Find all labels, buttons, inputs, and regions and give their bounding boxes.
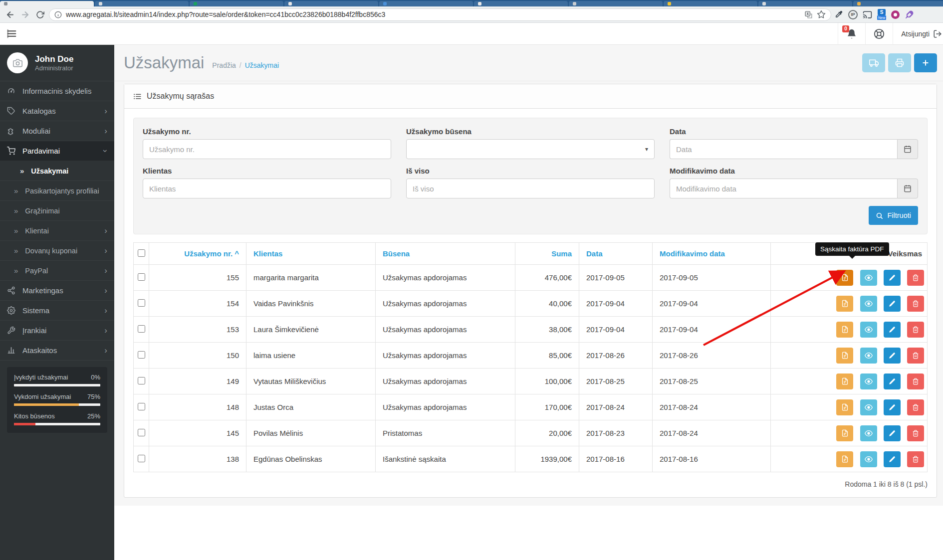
modified-date-picker-button[interactable] xyxy=(897,179,918,198)
sort-modified-link[interactable]: Modifikavimo data xyxy=(660,249,725,258)
edit-order-button[interactable] xyxy=(884,451,901,467)
cast-extension-icon[interactable] xyxy=(863,10,872,19)
edit-order-button[interactable] xyxy=(884,425,901,441)
browser-tab[interactable] xyxy=(0,1,94,6)
sidebar-item-gift-vouchers[interactable]: » Dovanų kuponai › xyxy=(0,241,114,261)
breadcrumb-home-link[interactable]: Pradžia xyxy=(212,61,236,69)
view-order-button[interactable] xyxy=(860,451,877,467)
reload-button[interactable] xyxy=(34,8,46,20)
edit-order-button[interactable] xyxy=(884,348,901,364)
delete-order-button[interactable] xyxy=(907,270,924,286)
invoice-pdf-button[interactable] xyxy=(836,373,853,389)
sort-total-link[interactable]: Suma xyxy=(551,249,572,258)
view-order-button[interactable] xyxy=(860,373,877,389)
delete-order-button[interactable] xyxy=(907,296,924,312)
row-checkbox[interactable] xyxy=(138,429,145,436)
select-all-checkbox[interactable] xyxy=(138,249,145,257)
menu-toggle-icon[interactable] xyxy=(0,23,23,45)
edit-order-button[interactable] xyxy=(884,296,901,312)
filter-button[interactable]: Filtruoti xyxy=(869,206,918,225)
back-button[interactable] xyxy=(4,8,16,20)
invoice-pdf-button[interactable] xyxy=(836,348,853,364)
delete-order-button[interactable] xyxy=(907,399,924,415)
edit-order-button[interactable] xyxy=(884,373,901,389)
invoice-pdf-button[interactable] xyxy=(836,296,853,312)
sidebar-item-marketing[interactable]: Marketingas › xyxy=(0,281,114,301)
sidebar-item-returns[interactable]: » Grąžinimai xyxy=(0,201,114,221)
sort-customer-link[interactable]: Klientas xyxy=(253,249,282,258)
view-order-button[interactable] xyxy=(860,399,877,415)
help-button[interactable] xyxy=(865,23,893,45)
filter-input-total[interactable] xyxy=(406,179,655,198)
bookmark-star-icon[interactable] xyxy=(817,10,826,19)
row-checkbox[interactable] xyxy=(138,325,145,333)
sidebar-item-reports[interactable]: Ataskaitos › xyxy=(0,341,114,361)
invoice-pdf-button[interactable] xyxy=(836,399,853,415)
browser-tab[interactable] xyxy=(190,1,283,6)
forward-button[interactable] xyxy=(19,8,31,20)
sort-date-link[interactable]: Data xyxy=(586,249,603,258)
row-checkbox[interactable] xyxy=(138,455,145,462)
delete-order-button[interactable] xyxy=(907,425,924,441)
notifications-button[interactable]: 0 xyxy=(838,23,865,45)
row-checkbox[interactable] xyxy=(138,273,145,281)
address-bar[interactable]: www.agregatai.lt/siteadmin14/index.php?r… xyxy=(49,8,831,21)
delete-order-button[interactable] xyxy=(907,451,924,467)
pink-extension-icon[interactable] xyxy=(891,10,900,19)
date-picker-button[interactable] xyxy=(897,139,918,159)
shipping-list-button[interactable] xyxy=(862,53,885,72)
sidebar-item-sales[interactable]: Pardavimai › xyxy=(0,141,114,161)
browser-tab[interactable] xyxy=(664,1,757,6)
sidebar-item-recurring-profiles[interactable]: » Pasikartojantys profiliai xyxy=(0,181,114,201)
url-text[interactable]: www.agregatai.lt/siteadmin14/index.php?r… xyxy=(66,10,385,18)
edit-order-button[interactable] xyxy=(884,322,901,338)
invoice-pdf-button[interactable] xyxy=(836,322,853,338)
delete-order-button[interactable] xyxy=(907,373,924,389)
sidebar-item-orders[interactable]: » Užsakymai xyxy=(0,161,114,181)
browser-tab[interactable] xyxy=(474,1,568,6)
row-checkbox[interactable] xyxy=(138,299,145,307)
row-checkbox[interactable] xyxy=(138,351,145,359)
sidebar-item-tools[interactable]: Įrankiai › xyxy=(0,321,114,341)
edit-order-button[interactable] xyxy=(884,399,901,415)
invoice-pdf-button[interactable] xyxy=(836,425,853,441)
filter-input-customer[interactable] xyxy=(143,179,391,198)
filter-input-date[interactable] xyxy=(670,139,897,159)
sort-order-nr-link[interactable]: Užsakymo nr. ^ xyxy=(184,249,239,258)
delete-order-button[interactable] xyxy=(907,322,924,338)
view-order-button[interactable] xyxy=(860,425,877,441)
invoice-pdf-button[interactable] xyxy=(836,270,853,286)
logout-button[interactable]: Atsijungti xyxy=(893,23,943,45)
browser-tab[interactable] xyxy=(758,1,852,6)
filter-select-order-status[interactable]: ▾ xyxy=(406,139,655,159)
sidebar-item-catalog[interactable]: Katalogas › xyxy=(0,101,114,121)
filter-input-modified-date[interactable] xyxy=(670,179,897,198)
page-info-icon[interactable] xyxy=(54,11,62,18)
ip-extension-icon[interactable]: IP xyxy=(848,10,858,19)
browser-tab[interactable] xyxy=(95,1,189,6)
eyedropper-extension-icon[interactable] xyxy=(834,10,843,19)
view-order-button[interactable] xyxy=(860,322,877,338)
print-invoice-button[interactable] xyxy=(888,53,911,72)
view-order-button[interactable] xyxy=(860,348,877,364)
translate-icon[interactable] xyxy=(804,10,813,19)
sidebar-item-customers[interactable]: » Klientai › xyxy=(0,221,114,241)
sidebar-item-paypal[interactable]: » PayPal › xyxy=(0,261,114,281)
invoice-pdf-button[interactable] xyxy=(836,451,853,467)
sidebar-item-modules[interactable]: Moduliai › xyxy=(0,121,114,141)
sidebar-item-dashboard[interactable]: Informacinis skydelis xyxy=(0,81,114,101)
browser-tab[interactable] xyxy=(284,1,378,6)
sidebar-item-system[interactable]: Sistema › xyxy=(0,301,114,321)
delete-order-button[interactable] xyxy=(907,348,924,364)
row-checkbox[interactable] xyxy=(138,403,145,410)
add-order-button[interactable] xyxy=(914,53,937,72)
browser-tab[interactable] xyxy=(569,1,663,6)
filter-input-order-nr[interactable] xyxy=(143,139,391,159)
feather-extension-icon[interactable] xyxy=(905,10,914,19)
browser-tab[interactable] xyxy=(379,1,473,6)
edit-order-button[interactable] xyxy=(884,270,901,286)
row-checkbox[interactable] xyxy=(138,377,145,384)
browser-tab[interactable] xyxy=(853,1,943,6)
sort-status-link[interactable]: Būsena xyxy=(383,249,410,258)
view-order-button[interactable] xyxy=(860,270,877,286)
